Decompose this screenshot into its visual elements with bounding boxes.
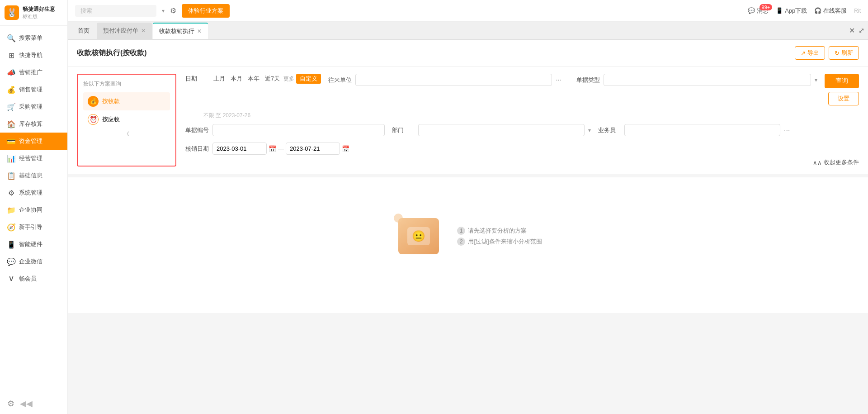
date-shortcuts: 上月 本月 本年 近7天 更多 自定义 <box>212 74 321 84</box>
sales-label: 业务员 <box>598 126 621 134</box>
topbar-chevron-icon[interactable]: ▾ <box>162 8 165 14</box>
doc-type-chevron[interactable]: ▾ <box>815 77 817 83</box>
topbar-msg[interactable]: 💬 消息 99+ <box>748 7 769 15</box>
dept-select[interactable] <box>418 124 585 136</box>
doc-type-select[interactable] <box>604 74 811 86</box>
page-actions: ↗ 导出 ↻ 刷新 <box>795 46 859 60</box>
tab-close-collection[interactable]: ✕ <box>197 28 202 34</box>
step2-num: 2 <box>457 238 465 246</box>
query-button[interactable]: 查询 <box>825 74 859 88</box>
list-icon: 📋 <box>7 171 15 180</box>
tab-expand-icon[interactable]: ⤢ <box>859 26 864 35</box>
page-title: 收款核销执行(按收款) <box>77 48 147 58</box>
no-limit-text: 不限 至 2023-07-26 <box>203 112 250 119</box>
filter-option-by-receivable[interactable]: ⏰ 按应收 <box>83 110 170 128</box>
empty-step2-text: 用[过滤]条件来缩小分析范围 <box>468 238 542 246</box>
filter-row-3: 核销日期 📅 — 📅 <box>185 143 859 155</box>
sidebar-item-basic-info[interactable]: 📋 基础信息 <box>0 167 67 184</box>
empty-illustration: 😐 <box>394 214 443 259</box>
cart-icon: 🛒 <box>7 103 15 111</box>
counterpart-ellipsis[interactable]: ··· <box>556 76 569 84</box>
filter-form: 日期 上月 本月 本年 近7天 更多 自定义 往来单位 ··· <box>185 74 859 167</box>
sales-input[interactable] <box>624 124 780 136</box>
shortcut-last7[interactable]: 近7天 <box>263 74 282 84</box>
date-label: 日期 <box>185 75 208 83</box>
gear-icon: ⚙ <box>7 189 15 197</box>
app-icon: 📱 <box>776 7 783 14</box>
verify-date-end-cal-icon[interactable]: 📅 <box>342 145 349 152</box>
sidebar-item-marketing[interactable]: 📣 营销推广 <box>0 64 67 81</box>
shortcut-this-month[interactable]: 本月 <box>229 74 244 84</box>
chat-icon: 💬 <box>7 257 15 266</box>
filter-option-by-receipt[interactable]: 💰 按收款 <box>83 92 170 110</box>
page-header: 收款核销执行(按收款) ↗ 导出 ↻ 刷新 <box>68 40 868 67</box>
topbar-gear-icon[interactable]: ⚙ <box>170 6 176 15</box>
sidebar-item-purchase[interactable]: 🛒 采购管理 <box>0 98 67 115</box>
tab-home[interactable]: 首页 <box>71 23 96 39</box>
sidebar-item-system[interactable]: ⚙ 系统管理 <box>0 184 67 201</box>
verify-date-end-input[interactable] <box>286 143 340 155</box>
refresh-button[interactable]: ↻ 刷新 <box>829 46 859 60</box>
verify-date-start-input[interactable] <box>212 143 267 155</box>
topbar-online-service[interactable]: 🎧 在线客服 <box>814 7 847 15</box>
filter-area: 按以下方案查询 💰 按收款 ⏰ 按应收 《 日期 <box>68 67 868 174</box>
topbar-app-download[interactable]: 📱 App下载 <box>776 7 807 15</box>
topbar-right: 💬 消息 99+ 📱 App下载 🎧 在线客服 Rit <box>748 7 861 15</box>
doc-type-label: 单据类型 <box>576 76 600 84</box>
finance-icon: 💳 <box>7 137 15 145</box>
message-icon: 💬 <box>748 7 755 14</box>
sidebar-item-sales[interactable]: 💰 销售管理 <box>0 81 67 98</box>
sidebar-item-inventory[interactable]: 🏠 库存核算 <box>0 115 67 133</box>
sidebar-item-beginner[interactable]: 🧭 新手引导 <box>0 219 67 236</box>
doc-no-input[interactable] <box>212 124 385 136</box>
setting-button[interactable]: 设置 <box>828 92 859 105</box>
verify-date-group: 📅 — 📅 <box>212 143 349 155</box>
shortcut-prev-month[interactable]: 上月 <box>212 74 227 84</box>
collapse-sidebar-icon[interactable]: ◀◀ <box>20 399 33 409</box>
service-icon: 🎧 <box>814 7 821 14</box>
sidebar-item-enterprise-collab[interactable]: 📁 企业协同 <box>0 201 67 219</box>
member-icon: V <box>7 275 15 283</box>
topbar-search-box[interactable]: 搜索 <box>75 5 156 17</box>
shortcut-more[interactable]: 更多 <box>283 75 294 83</box>
verify-date-label: 核销日期 <box>185 145 209 153</box>
doc-no-field: 单据编号 <box>185 124 385 136</box>
topbar-username: Rit <box>854 8 861 14</box>
sidebar-item-finance[interactable]: 💳 资金管理 <box>0 133 67 150</box>
msg-badge: 99+ <box>760 4 773 10</box>
shortcut-custom[interactable]: 自定义 <box>296 74 321 84</box>
step1-num: 1 <box>457 227 465 235</box>
date-field: 日期 上月 本月 本年 近7天 更多 自定义 <box>185 74 321 84</box>
verify-date-start-cal-icon[interactable]: 📅 <box>269 145 276 152</box>
filter-row-2: 单据编号 部门 ▾ 业务员 ··· <box>185 124 859 136</box>
tab-close-all-icon[interactable]: ✕ <box>849 26 855 35</box>
no-limit-text-row: 不限 至 2023-07-26 <box>202 112 859 119</box>
export-button[interactable]: ↗ 导出 <box>795 46 825 60</box>
sidebar-item-member[interactable]: V 畅会员 <box>0 270 67 287</box>
empty-text-block: 1 请先选择要分析的方案 2 用[过滤]条件来缩小分析范围 <box>457 227 542 246</box>
dept-label: 部门 <box>392 126 415 134</box>
receivable-option-icon: ⏰ <box>88 114 99 125</box>
sidebar-item-quick-nav[interactable]: ⊞ 快捷导航 <box>0 47 67 64</box>
sidebar-item-enterprise-wechat[interactable]: 💬 企业微信 <box>0 253 67 270</box>
tab-prepay[interactable]: 预付冲应付单 ✕ <box>97 23 152 39</box>
filter-sidebar-collapse[interactable]: 《 <box>83 130 170 138</box>
settings-bottom-icon[interactable]: ⚙ <box>7 399 14 409</box>
collapse-more-icon: ∧∧ <box>813 159 822 166</box>
dept-chevron[interactable]: ▾ <box>588 127 591 133</box>
export-icon: ↗ <box>801 50 806 57</box>
sidebar: 🐰 畅捷通好生意 标准版 🔍 搜索菜单 ⊞ 快捷导航 📣 营销推广 💰 销售管理… <box>0 0 68 414</box>
money-icon: 💰 <box>7 86 15 94</box>
collapse-more-button[interactable]: ∧∧ 收起更多条件 <box>813 158 859 167</box>
sidebar-item-operations[interactable]: 📊 经营管理 <box>0 150 67 167</box>
tab-collection[interactable]: 收款核销执行 ✕ <box>153 23 208 39</box>
counterpart-label: 往来单位 <box>328 76 352 84</box>
empty-face-icon: 😐 <box>412 230 425 243</box>
sidebar-item-search[interactable]: 🔍 搜索菜单 <box>0 29 67 47</box>
shortcut-this-year[interactable]: 本年 <box>246 74 261 84</box>
industry-btn[interactable]: 体验行业方案 <box>182 4 230 18</box>
sales-ellipsis[interactable]: ··· <box>784 126 797 134</box>
sidebar-item-smart-hardware[interactable]: 📱 智能硬件 <box>0 236 67 253</box>
counterpart-input[interactable] <box>355 74 552 86</box>
tab-close-prepay[interactable]: ✕ <box>141 28 146 34</box>
